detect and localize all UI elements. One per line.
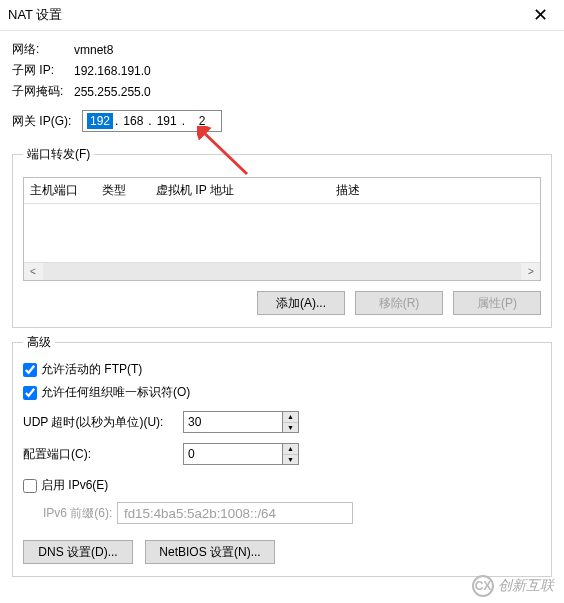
network-label: 网络: (12, 41, 74, 58)
col-vm-ip[interactable]: 虚拟机 IP 地址 (156, 182, 336, 199)
ipv6-prefix-label: IPv6 前缀(6): (43, 505, 117, 522)
scroll-right-icon[interactable]: > (522, 266, 540, 277)
allow-orgid-label[interactable]: 允许任何组织唯一标识符(O) (41, 384, 190, 401)
config-port-down-icon[interactable]: ▼ (283, 455, 298, 465)
enable-ipv6-checkbox[interactable] (23, 479, 37, 493)
gateway-oct1[interactable]: 192 (87, 113, 113, 129)
advanced-legend: 高级 (23, 334, 55, 351)
udp-timeout-down-icon[interactable]: ▼ (283, 423, 298, 433)
ipv6-prefix-input (117, 502, 353, 524)
subnet-ip-value: 192.168.191.0 (74, 64, 151, 78)
gateway-ip-input[interactable]: 192 . 168 . 191 . 2 (82, 110, 222, 132)
remove-button: 移除(R) (355, 291, 443, 315)
window-title: NAT 设置 (8, 6, 62, 24)
subnet-ip-label: 子网 IP: (12, 62, 74, 79)
config-port-up-icon[interactable]: ▲ (283, 444, 298, 455)
close-icon[interactable]: ✕ (527, 6, 554, 24)
udp-timeout-input[interactable] (183, 411, 283, 433)
gateway-oct4[interactable]: 2 (187, 113, 217, 129)
list-header: 主机端口 类型 虚拟机 IP 地址 描述 (24, 178, 540, 204)
gateway-label: 网关 IP(G): (12, 113, 82, 130)
advanced-group: 高级 允许活动的 FTP(T) 允许任何组织唯一标识符(O) UDP 超时(以秒… (12, 334, 552, 577)
dns-settings-button[interactable]: DNS 设置(D)... (23, 540, 133, 564)
horizontal-scrollbar[interactable]: < > (24, 262, 540, 280)
scroll-left-icon[interactable]: < (24, 266, 42, 277)
port-forward-legend: 端口转发(F) (23, 146, 94, 163)
subnet-mask-label: 子网掩码: (12, 83, 74, 100)
properties-button: 属性(P) (453, 291, 541, 315)
netbios-settings-button[interactable]: NetBIOS 设置(N)... (145, 540, 275, 564)
scroll-track[interactable] (43, 263, 521, 280)
col-host-port[interactable]: 主机端口 (30, 182, 102, 199)
watermark: CX 创新互联 (472, 575, 554, 597)
watermark-text: 创新互联 (498, 577, 554, 595)
allow-orgid-checkbox[interactable] (23, 386, 37, 400)
port-forward-list[interactable]: 主机端口 类型 虚拟机 IP 地址 描述 < > (23, 177, 541, 281)
gateway-oct3[interactable]: 191 (154, 113, 180, 129)
enable-ipv6-label[interactable]: 启用 IPv6(E) (41, 477, 108, 494)
subnet-mask-value: 255.255.255.0 (74, 85, 151, 99)
udp-timeout-up-icon[interactable]: ▲ (283, 412, 298, 423)
col-type[interactable]: 类型 (102, 182, 156, 199)
config-port-input[interactable] (183, 443, 283, 465)
gateway-oct2[interactable]: 168 (120, 113, 146, 129)
col-desc[interactable]: 描述 (336, 182, 534, 199)
port-forward-group: 端口转发(F) 主机端口 类型 虚拟机 IP 地址 描述 < > 添加(A)..… (12, 146, 552, 328)
network-value: vmnet8 (74, 43, 113, 57)
list-body[interactable] (24, 204, 540, 262)
udp-timeout-label: UDP 超时(以秒为单位)(U): (23, 414, 183, 431)
config-port-label: 配置端口(C): (23, 446, 183, 463)
watermark-logo-icon: CX (472, 575, 494, 597)
add-button[interactable]: 添加(A)... (257, 291, 345, 315)
allow-ftp-label[interactable]: 允许活动的 FTP(T) (41, 361, 142, 378)
allow-ftp-checkbox[interactable] (23, 363, 37, 377)
